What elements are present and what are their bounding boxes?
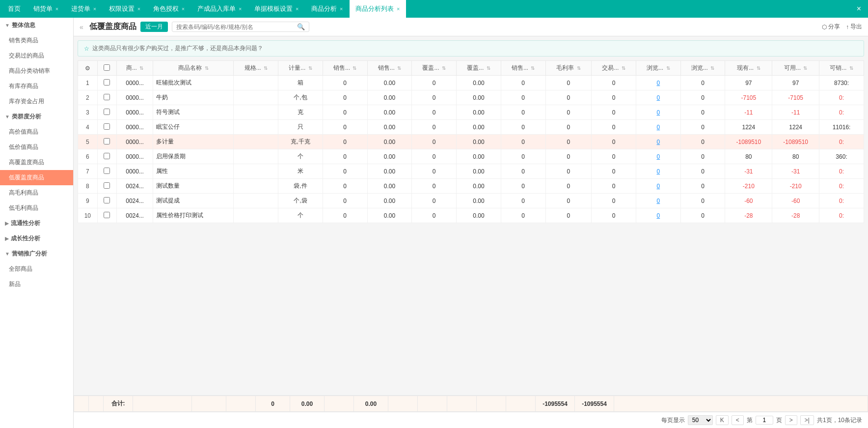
col-cover2[interactable]: 覆盖... ⇅ <box>457 61 501 76</box>
nav-goods-analysis[interactable]: 商品分析 × <box>305 0 349 18</box>
sidebar-item-sales-goods[interactable]: 销售类商品 <box>0 33 73 48</box>
row-checkbox[interactable] <box>97 208 116 223</box>
page-input[interactable] <box>756 416 773 425</box>
nav-close-purchase[interactable]: × <box>93 6 96 12</box>
sidebar-item-traded-goods[interactable]: 交易过的商品 <box>0 48 73 63</box>
col-sale-cnt[interactable]: 销售... ⇅ <box>501 61 545 76</box>
export-btn[interactable]: ↑ 导出 <box>846 23 862 31</box>
sidebar-item-high-coverage[interactable]: 高覆盖度商品 <box>0 155 73 170</box>
row-checkbox-input[interactable] <box>104 168 110 174</box>
nav-template[interactable]: 单据模板设置 × <box>248 0 304 18</box>
row-browse1[interactable]: 0 <box>636 208 680 223</box>
nav-close-goods-analysis[interactable]: × <box>340 6 343 12</box>
row-checkbox[interactable] <box>97 179 116 194</box>
row-checkbox[interactable] <box>97 120 116 135</box>
col-sellable[interactable]: 可销... ⇅ <box>819 61 864 76</box>
sidebar-group-category[interactable]: ▼ 类群度分析 <box>0 109 73 124</box>
next-page-btn[interactable]: > <box>785 415 797 425</box>
col-unit[interactable]: 计量... ⇅ <box>278 61 323 76</box>
col-sale-qty[interactable]: 销售... ⇅ <box>323 61 367 76</box>
sidebar-item-all-goods[interactable]: 全部商品 <box>0 261 73 277</box>
col-settings[interactable]: ⚙ <box>78 61 98 76</box>
row-browse1[interactable]: 0 <box>636 179 680 194</box>
row-browse1[interactable]: 0 <box>636 135 680 149</box>
nav-close-sales[interactable]: × <box>55 6 58 12</box>
col-trade[interactable]: 交易... ⇅ <box>592 61 636 76</box>
sidebar-item-low-value[interactable]: 低价值商品 <box>0 140 73 155</box>
col-avail[interactable]: 可用... ⇅ <box>772 61 819 76</box>
sidebar-group-overall[interactable]: ▼ 整体信息 <box>0 18 73 33</box>
row-checkbox-input[interactable] <box>104 212 110 218</box>
nav-goods-list[interactable]: 商品分析列表 × <box>350 0 406 18</box>
row-checkbox[interactable] <box>97 90 116 105</box>
col-cover1[interactable]: 覆盖... ⇅ <box>412 61 457 76</box>
row-num: 8 <box>78 179 98 194</box>
row-checkbox[interactable] <box>97 164 116 179</box>
row-checkbox[interactable] <box>97 149 116 164</box>
nav-product-in[interactable]: 产成品入库单 × <box>191 0 247 18</box>
nav-purchase[interactable]: 进货单 × <box>65 0 102 18</box>
col-browse2[interactable]: 浏览... ⇅ <box>680 61 725 76</box>
sidebar-collapse-btn[interactable]: « <box>80 23 83 31</box>
col-spec[interactable]: 规格... ⇅ <box>234 61 278 76</box>
nav-sales[interactable]: 销货单 × <box>27 0 64 18</box>
row-checkbox-input[interactable] <box>104 94 110 100</box>
sidebar-item-stock-capital[interactable]: 库存资金占用 <box>0 94 73 109</box>
row-checkbox-input[interactable] <box>104 153 110 159</box>
row-checkbox-input[interactable] <box>104 109 110 115</box>
search-input[interactable] <box>176 24 297 30</box>
nav-role[interactable]: 角色授权 × <box>147 0 190 18</box>
sidebar-item-high-value[interactable]: 高价值商品 <box>0 124 73 140</box>
row-browse1[interactable]: 0 <box>636 105 680 120</box>
share-btn[interactable]: ⬡ 分享 <box>822 23 840 31</box>
sidebar-item-low-coverage[interactable]: 低覆盖度商品 <box>0 170 73 185</box>
row-checkbox[interactable] <box>97 105 116 120</box>
col-gross[interactable]: 毛利率 ⇅ <box>545 61 592 76</box>
col-code[interactable]: 商... ⇅ <box>116 61 153 76</box>
sidebar-item-category-rate[interactable]: 商品分类动销率 <box>0 63 73 79</box>
row-browse1[interactable]: 0 <box>636 76 680 90</box>
col-name[interactable]: 商品名称 ⇅ <box>153 61 234 76</box>
row-checkbox-input[interactable] <box>104 123 110 130</box>
row-checkbox[interactable] <box>97 76 116 90</box>
row-browse1[interactable]: 0 <box>636 164 680 179</box>
row-checkbox-input[interactable] <box>104 138 110 144</box>
row-checkbox-input[interactable] <box>104 182 110 189</box>
nav-close-goods-list[interactable]: × <box>397 6 400 12</box>
col-browse1[interactable]: 浏览... ⇅ <box>636 61 680 76</box>
col-checkbox[interactable] <box>97 61 116 76</box>
window-close-btn[interactable]: × <box>852 4 866 13</box>
select-all-checkbox[interactable] <box>104 64 110 71</box>
row-browse1[interactable]: 0 <box>636 194 680 208</box>
sidebar-group-growth[interactable]: ▶ 成长性分析 <box>0 231 73 246</box>
last-page-btn[interactable]: >| <box>800 415 814 425</box>
nav-close-permission[interactable]: × <box>137 6 140 12</box>
row-checkbox[interactable] <box>97 135 116 149</box>
sidebar-item-stock-goods[interactable]: 有库存商品 <box>0 79 73 94</box>
sidebar-item-new-goods[interactable]: 新品 <box>0 277 73 292</box>
sidebar-item-low-profit[interactable]: 低毛利商品 <box>0 200 73 216</box>
col-stock[interactable]: 现有... ⇅ <box>725 61 772 76</box>
page-size-select[interactable]: 50 100 200 <box>688 415 713 425</box>
col-sale-amt[interactable]: 销售... ⇅ <box>367 61 412 76</box>
sidebar-group-flow[interactable]: ▶ 流通性分析 <box>0 216 73 231</box>
search-icon[interactable]: 🔍 <box>297 23 305 30</box>
sidebar-group-marketing[interactable]: ▼ 营销推广分析 <box>0 246 73 261</box>
date-filter-btn[interactable]: 近一月 <box>140 22 168 32</box>
nav-permission[interactable]: 权限设置 × <box>103 0 146 18</box>
sidebar-item-high-profit[interactable]: 高毛利商品 <box>0 185 73 200</box>
row-checkbox[interactable] <box>97 194 116 208</box>
nav-close-template[interactable]: × <box>296 6 298 12</box>
row-cover2: 0.00 <box>457 179 501 194</box>
nav-close-product-in[interactable]: × <box>239 6 242 12</box>
row-checkbox-input[interactable] <box>104 197 110 203</box>
row-browse1[interactable]: 0 <box>636 149 680 164</box>
first-page-btn[interactable]: K <box>716 415 729 425</box>
nav-close-role[interactable]: × <box>182 6 185 12</box>
row-browse1[interactable]: 0 <box>636 90 680 105</box>
prev-page-btn[interactable]: < <box>732 415 744 425</box>
row-browse1[interactable]: 0 <box>636 120 680 135</box>
row-checkbox-input[interactable] <box>104 79 110 86</box>
nav-home[interactable]: 首页 <box>2 0 27 18</box>
row-gross: 0 <box>545 149 592 164</box>
